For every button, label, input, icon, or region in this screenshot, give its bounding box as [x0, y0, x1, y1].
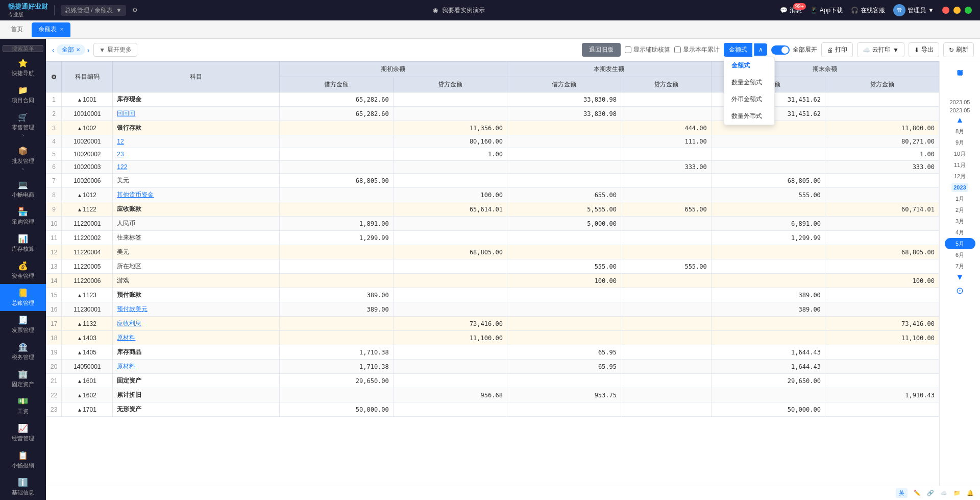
lock-icon[interactable]: 🔗 [927, 490, 934, 496]
period-year-2023[interactable]: 2023 [951, 183, 968, 192]
period-scroll-icon[interactable]: ⊙ [956, 285, 964, 296]
tab-home[interactable]: 首页 [4, 22, 30, 37]
period-2023-05-b[interactable]: 2023.05 [950, 107, 970, 113]
period-2[interactable]: 2月 [945, 204, 975, 216]
mode-fx-amount[interactable]: 外币金额式 [724, 91, 774, 108]
account-link[interactable]: 原材料 [117, 334, 135, 341]
account-name-cell[interactable]: 回回回 [113, 107, 279, 121]
account-link[interactable]: 122 [117, 163, 127, 171]
win-close-btn[interactable]: ✕ [942, 7, 949, 14]
period-4[interactable]: 4月 [945, 227, 975, 238]
sidebar-item-ledger[interactable]: 📒 总账管理 [0, 284, 46, 311]
toggle-switch[interactable] [771, 45, 790, 55]
app-download-btn[interactable]: 📱 App下载 [810, 6, 843, 15]
period-3[interactable]: 3月 [945, 216, 975, 227]
cloud-print-btn[interactable]: ☁️ 云打印 ▼ [857, 42, 904, 57]
account-name-cell[interactable]: 原材料 [113, 331, 279, 345]
gear-settings[interactable]: ⚙ [132, 7, 138, 14]
mode-amount[interactable]: 金额式 [724, 57, 774, 74]
account-link[interactable]: 预付款美元 [117, 305, 148, 313]
balance-table-container[interactable]: ⚙ 科目编码 科目 期初余额 本期发生额 期末余额 借方金额 贷方金额 借方金额… [46, 61, 939, 486]
nav-right-btn[interactable]: › [87, 46, 90, 54]
sidebar-item-invoice[interactable]: 🧾 发票管理 [0, 311, 46, 338]
message-btn[interactable]: 💬 消息 99+ [780, 6, 802, 15]
tab-close-balance[interactable]: ✕ [60, 27, 64, 32]
mode-qty-amount[interactable]: 数量金额式 [724, 74, 774, 91]
inventory-icon: 📊 [18, 234, 28, 244]
account-link[interactable]: 23 [117, 151, 124, 158]
account-name-cell[interactable]: 应收利息 [113, 317, 279, 331]
account-name-cell[interactable]: 23 [113, 148, 279, 161]
lang-btn[interactable]: 英 [896, 488, 908, 498]
sidebar-item-inventory[interactable]: 📊 库存核算 [0, 230, 46, 257]
period-up-arrow[interactable]: ▲ [955, 114, 965, 126]
period-1[interactable]: 1月 [945, 193, 975, 204]
th-settings[interactable]: ⚙ [46, 62, 62, 92]
win-max-btn[interactable]: □ [965, 7, 972, 14]
show-ytd-checkbox[interactable]: 显示本年累计 [674, 45, 720, 54]
display-mode-dropdown[interactable]: 金额式 ∧ 金额式 数量金额式 外币金额式 数量外币式 [724, 43, 767, 57]
print-btn[interactable]: 🖨 打印 [821, 42, 853, 57]
account-name-cell[interactable]: 12 [113, 135, 279, 148]
nav-dropdown[interactable]: 总账管理 / 余额表 ▼ [61, 5, 126, 16]
sidebar-item-ecommerce[interactable]: 💻 小畅电商 [0, 176, 46, 203]
account-link[interactable]: 原材料 [117, 363, 135, 370]
back-old-version-btn[interactable]: 退回旧版 [582, 43, 621, 57]
period-12[interactable]: 12月 [945, 171, 975, 182]
all-tag-close[interactable]: ✕ [76, 47, 80, 53]
sidebar-item-retail[interactable]: 🛒 零售管理 › [0, 108, 46, 142]
sidebar-item-tax[interactable]: 🏦 税务管理 [0, 338, 46, 365]
account-link[interactable]: 其他货币资金 [117, 191, 154, 198]
sidebar-item-report[interactable]: 📋 小畅报销 [0, 446, 46, 473]
win-min-btn[interactable]: − [953, 7, 961, 14]
expand-more-btn[interactable]: ▼ 展开更多 [93, 43, 137, 57]
account-name-cell[interactable]: 122 [113, 161, 279, 174]
online-service-btn[interactable]: 🎧 在线客服 [851, 6, 885, 15]
show-auxiliary-checkbox[interactable]: 显示辅助核算 [625, 45, 670, 54]
sidebar-item-purchase[interactable]: 🏪 采购管理 [0, 203, 46, 230]
current-debit: 33,830.98 [507, 92, 621, 107]
period-6[interactable]: 6月 [945, 249, 975, 260]
period-7[interactable]: 7月 [945, 260, 975, 272]
current-debit: 65.95 [507, 360, 621, 374]
account-name-cell[interactable]: 预付款美元 [113, 302, 279, 317]
period-8[interactable]: 8月 [945, 126, 975, 137]
search-input[interactable] [3, 45, 43, 52]
account-name-cell[interactable]: 原材料 [113, 360, 279, 374]
edit-icon[interactable]: ✏️ [914, 490, 921, 496]
nav-left-btn[interactable]: ‹ [52, 46, 55, 54]
refresh-btn[interactable]: ↻ 刷新 [943, 42, 974, 57]
period-10[interactable]: 10月 [945, 148, 975, 159]
display-mode-main-btn[interactable]: 金额式 [724, 43, 752, 57]
sidebar-item-basic[interactable]: ℹ️ 基础信息 [0, 473, 46, 500]
sidebar-item-payroll[interactable]: 💵 工资 [0, 392, 46, 419]
user-menu[interactable]: 管 管理员 ▼ [893, 4, 934, 16]
period-9[interactable]: 9月 [945, 137, 975, 148]
mode-qty-fx[interactable]: 数量外币式 [724, 108, 774, 125]
demo-link[interactable]: ◉ 我要看实例演示 [433, 6, 485, 15]
period-2023-05-a[interactable]: 2023.05 [950, 99, 970, 105]
bell-icon[interactable]: 🔔 [967, 490, 974, 496]
all-tag[interactable]: 全部 ✕ [57, 44, 85, 55]
opening-credit [393, 259, 507, 274]
account-link[interactable]: 应收利息 [117, 320, 141, 327]
sidebar-item-wholesale[interactable]: 📦 批发管理 › [0, 142, 46, 176]
account-link[interactable]: 回回回 [117, 110, 135, 117]
cloud-icon[interactable]: ☁️ [940, 490, 947, 496]
sidebar-item-fixed-assets[interactable]: 🏢 固定资产 [0, 365, 46, 392]
display-mode-arrow-btn[interactable]: ∧ [754, 43, 767, 56]
sidebar-item-quick-nav[interactable]: ⭐ 快捷导航 [0, 54, 46, 81]
export-btn[interactable]: ⬇ 导出 [909, 42, 939, 57]
sidebar-item-project[interactable]: 📁 项目合同 [0, 81, 46, 108]
folder-icon[interactable]: 📁 [953, 490, 961, 496]
sidebar-item-finance[interactable]: 💰 资金管理 [0, 257, 46, 284]
sidebar-item-operations[interactable]: 📈 经营管理 [0, 419, 46, 446]
account-name-cell[interactable]: 其他货币资金 [113, 188, 279, 202]
period-down-arrow[interactable]: ▼ [955, 272, 965, 283]
quick-nav-icon: ⭐ [18, 58, 28, 68]
period-11[interactable]: 11月 [945, 159, 975, 171]
expand-all-toggle[interactable]: 全部展开 [771, 45, 817, 55]
account-link[interactable]: 12 [117, 138, 124, 145]
period-5-active[interactable]: 5月 [945, 238, 975, 249]
tab-balance[interactable]: 余额表 ✕ [32, 22, 70, 37]
